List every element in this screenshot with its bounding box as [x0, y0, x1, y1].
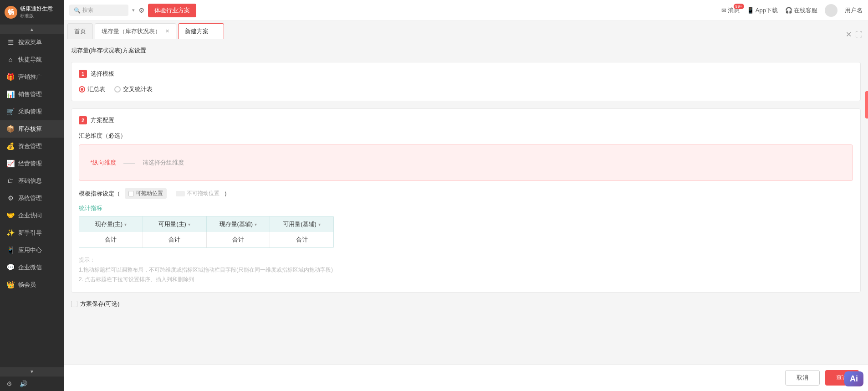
save-option-label: 方案保存(可选) — [80, 300, 120, 308]
user-avatar[interactable] — [825, 4, 837, 17]
sidebar-item-new-guide[interactable]: ✨ 新手引导 — [0, 224, 64, 242]
app-name: 畅康通好生意 — [20, 5, 53, 13]
sidebar-item-label: 系统管理 — [18, 194, 42, 202]
cancel-button[interactable]: 取消 — [785, 370, 820, 386]
save-option[interactable]: 方案保存(可选) — [71, 300, 861, 308]
app-download-label: App下载 — [756, 6, 778, 15]
sidebar-item-label: 搜索菜单 — [18, 38, 42, 46]
col-label-3: 可用量(基辅) — [283, 220, 317, 228]
tab-new-scheme[interactable]: 新建方案 ✕ — [178, 23, 224, 39]
settings-icon: ⚙ — [6, 194, 15, 202]
basic-info-icon: 🗂 — [6, 177, 15, 185]
online-service-button[interactable]: 🎧 在线客服 — [785, 6, 817, 15]
sidebar-item-sys-mgmt[interactable]: ⚙ 系统管理 — [0, 190, 64, 207]
tab-home[interactable]: 首页 — [67, 23, 93, 39]
save-checkbox[interactable] — [71, 301, 77, 307]
sidebar-item-label: 资金管理 — [18, 142, 42, 150]
vip-icon: 👑 — [6, 281, 15, 289]
ai-badge[interactable]: Ai — [844, 371, 863, 386]
sidebar-item-corp-wechat[interactable]: 💬 企业微信 — [0, 259, 64, 276]
topbar-gear-icon[interactable]: ⚙ — [138, 6, 144, 15]
col-label-2: 现存量(基辅) — [220, 220, 253, 228]
indicator-settings-close-paren: ） — [224, 190, 230, 198]
col-header-2[interactable]: 现存量(基辅) ▾ — [207, 216, 271, 232]
radio-cross[interactable]: 交叉统计表 — [114, 85, 153, 93]
step2-badge: 2 — [79, 116, 87, 124]
step1-header: 1 选择模板 — [79, 70, 853, 78]
expand-window-icon[interactable]: ⛶ — [855, 31, 863, 39]
tab-inventory-status[interactable]: 现存量（库存状况表） ✕ — [95, 23, 176, 39]
sidebar-item-sales[interactable]: 📊 销售管理 — [0, 86, 64, 103]
sidebar-item-corp-collab[interactable]: 🤝 企业协同 — [0, 207, 64, 224]
resize-handle[interactable] — [865, 91, 868, 118]
radio-summary[interactable]: 汇总表 — [79, 85, 105, 93]
dimension-area[interactable]: *纵向维度 —— 请选择分组维度 — [79, 144, 853, 181]
sidebar-item-quick-nav[interactable]: ⌂ 快捷导航 — [0, 51, 64, 68]
sidebar-item-app-center[interactable]: 📱 应用中心 — [0, 242, 64, 259]
purchase-icon: 🛒 — [6, 108, 15, 116]
sidebar-scroll-down[interactable]: ▼ — [0, 367, 64, 376]
col-chevron-1: ▾ — [188, 222, 190, 227]
username-label[interactable]: 用户名 — [845, 6, 863, 15]
tab-maximize-controls: ✕ ⛶ — [846, 30, 864, 39]
sidebar-item-inventory[interactable]: 📦 库存核算 — [0, 120, 64, 138]
col-header-3[interactable]: 可用量(基辅) ▾ — [270, 216, 333, 232]
inventory-icon: 📦 — [6, 125, 15, 133]
tips-item-1: 1.拖动标题栏可以调整布局，不可跨维度或指标区域拖动栏目字段(只能在同一维度或指… — [79, 265, 853, 275]
dimension-dash: —— — [123, 159, 135, 166]
operation-icon: 📈 — [6, 159, 15, 168]
finance-icon: 💰 — [6, 142, 15, 150]
page-title: 现存量(库存状况表)方案设置 — [71, 46, 861, 55]
indicator-settings: 模板指标设定（ 可拖动位置 不可拖动位置 ） — [79, 188, 853, 199]
search-icon: 🔍 — [74, 7, 81, 14]
non-draggable-label: 不可拖动位置 — [187, 190, 220, 197]
tips-section: 提示： 1.拖动标题栏可以调整布局，不可跨维度或指标区域拖动栏目字段(只能在同一… — [79, 255, 853, 285]
app-download-button[interactable]: 📱 App下载 — [747, 6, 778, 15]
sidebar-item-purchase[interactable]: 🛒 采购管理 — [0, 103, 64, 120]
sidebar-item-finance[interactable]: 💰 资金管理 — [0, 138, 64, 155]
stats-table: 现存量(主) ▾ 可用量(主) ▾ 现存量(基辅) ▾ 可用量(基辅) ▾ — [79, 216, 334, 248]
sidebar-item-label: 企业微信 — [18, 263, 42, 272]
sidebar-item-label: 应用中心 — [18, 246, 42, 254]
radio-cross-label: 交叉统计表 — [123, 85, 153, 93]
tips-item-2: 2. 点击标题栏下拉可设置排序、插入列和删除列 — [79, 275, 853, 285]
sidebar-item-vip[interactable]: 👑 畅会员 — [0, 276, 64, 293]
step1-badge: 1 — [79, 70, 87, 78]
sidebar-nav: ☰ 搜索菜单 ⌂ 快捷导航 🎁 营销推广 📊 销售管理 🛒 采购管理 📦 库存核… — [0, 34, 64, 367]
sidebar-item-basic-info[interactable]: 🗂 基础信息 — [0, 172, 64, 190]
col-header-1[interactable]: 可用量(主) ▾ — [143, 216, 207, 232]
service-icon: 🎧 — [785, 7, 792, 14]
bottom-settings-icon[interactable]: ⚙ — [6, 380, 12, 387]
radio-cross-dot — [114, 86, 121, 93]
guide-icon: ✨ — [6, 229, 15, 237]
tab-inventory-close-icon[interactable]: ✕ — [165, 28, 169, 34]
body-cell-0-2: 合计 — [207, 232, 271, 247]
sidebar-item-label: 快捷导航 — [18, 56, 42, 64]
bottom-audio-icon[interactable]: 🔊 — [20, 380, 27, 387]
topbar-search[interactable]: 🔍 搜索 — [69, 5, 128, 16]
sidebar-item-operation[interactable]: 📈 经营管理 — [0, 155, 64, 172]
trial-button[interactable]: 体验行业方案 — [148, 4, 196, 17]
non-draggable-indicator: 不可拖动位置 — [176, 190, 220, 197]
dimension-required-mark: *纵向维度 — [90, 159, 116, 167]
col-chevron-3: ▾ — [318, 222, 321, 227]
topbar-chevron-icon[interactable]: ▾ — [132, 7, 135, 13]
stats-table-header: 现存量(主) ▾ 可用量(主) ▾ 现存量(基辅) ▾ 可用量(基辅) ▾ — [79, 216, 333, 232]
sidebar-item-search-menu[interactable]: ☰ 搜索菜单 — [0, 34, 64, 51]
sidebar-bottom: ⚙ 🔊 — [0, 376, 64, 391]
app-center-icon: 📱 — [6, 246, 15, 254]
col-header-0[interactable]: 现存量(主) ▾ — [79, 216, 143, 232]
close-window-icon[interactable]: ✕ — [846, 30, 852, 39]
tab-new-close-icon[interactable]: ✕ — [213, 28, 217, 34]
indicator-settings-label: 模板指标设定（ — [79, 190, 120, 198]
sidebar-item-label: 经营管理 — [18, 159, 42, 168]
step1-title: 选择模板 — [91, 70, 114, 78]
col-chevron-0: ▾ — [124, 222, 127, 227]
collab-icon: 🤝 — [6, 211, 15, 220]
radio-summary-label: 汇总表 — [87, 85, 105, 93]
app-icon: 📱 — [747, 7, 754, 14]
tips-title: 提示： — [79, 257, 95, 263]
sidebar-scroll-up[interactable]: ▲ — [0, 25, 64, 34]
messages-button[interactable]: ✉ 消息 99+ — [721, 6, 740, 15]
sidebar-item-marketing[interactable]: 🎁 营销推广 — [0, 68, 64, 86]
